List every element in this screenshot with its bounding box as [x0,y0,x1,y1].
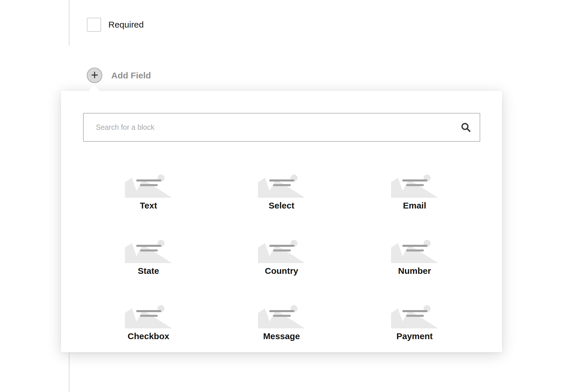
block-picker-popup: Text Select Email State Country Number [61,91,502,352]
block-item-message[interactable]: Message [215,305,348,341]
add-field-button[interactable]: + Add Field [87,68,151,83]
image-placeholder-icon [391,240,438,263]
block-item-label: Select [269,201,294,210]
required-checkbox[interactable] [87,18,101,32]
block-item-text[interactable]: Text [82,175,215,210]
block-item-email[interactable]: Email [348,175,481,210]
block-item-label: Email [403,201,426,210]
image-placeholder-icon [391,305,438,328]
block-item-label: Message [263,332,300,341]
required-option-row: Required [87,18,144,32]
block-item-label: Checkbox [128,332,169,341]
image-placeholder-icon [258,175,305,198]
image-placeholder-icon [125,240,172,263]
image-placeholder-icon [391,175,438,198]
block-item-select[interactable]: Select [215,175,348,210]
required-label: Required [108,18,144,32]
image-placeholder-icon [258,305,305,328]
image-placeholder-icon [258,240,305,263]
image-placeholder-icon [125,305,172,328]
form-builder-canvas: Required + Add Field Text Select [0,0,588,392]
block-item-state[interactable]: State [82,240,215,275]
block-item-country[interactable]: Country [215,240,348,275]
block-item-label: Text [140,201,157,210]
block-item-checkbox[interactable]: Checkbox [82,305,215,341]
block-item-label: Number [398,267,431,275]
add-field-label: Add Field [111,71,151,80]
search-input[interactable] [83,113,480,142]
block-item-label: State [138,267,159,275]
search-field [83,113,480,142]
block-item-payment[interactable]: Payment [348,305,481,341]
popup-pointer-arrow [89,84,100,91]
image-placeholder-icon [125,175,172,198]
block-item-label: Country [265,267,298,275]
field-outline-divider [69,0,69,46]
field-outline-divider [69,353,69,392]
block-item-label: Payment [396,332,433,341]
block-item-number[interactable]: Number [348,240,481,275]
plus-icon[interactable]: + [87,68,102,83]
block-grid: Text Select Email State Country Number [61,175,502,341]
